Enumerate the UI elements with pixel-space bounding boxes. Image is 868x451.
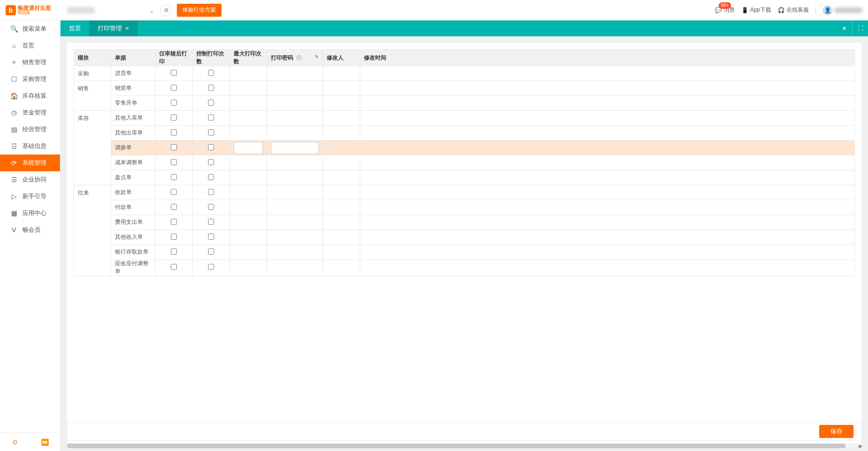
sidebar-item-0[interactable]: 🔍搜索菜单 — [0, 20, 60, 37]
audit-checkbox[interactable] — [171, 144, 177, 150]
sidebar-item-10[interactable]: ▷新手引导 — [0, 188, 60, 205]
ctrl-checkbox[interactable] — [208, 249, 214, 255]
cell-editor — [323, 111, 360, 126]
org-select[interactable]: ⌄ — [64, 4, 157, 17]
ctrl-checkbox[interactable] — [208, 100, 214, 106]
audit-checkbox[interactable] — [171, 219, 177, 225]
cell-time — [360, 81, 855, 96]
ctrl-checkbox[interactable] — [208, 114, 214, 121]
app-download-button[interactable]: 📱 App下载 — [741, 6, 771, 14]
cell-password — [267, 245, 323, 260]
sidebar-item-9[interactable]: ☰企业协同 — [0, 171, 60, 188]
ctrl-checkbox[interactable] — [208, 204, 214, 210]
sidebar-collapse-button[interactable]: ⏩ — [30, 438, 61, 446]
print-manage-table: 模块 单据 仅审核后打印 控制打印次数 最大打印次数 打印密码 ⓘ ✎ 修改人 — [74, 49, 855, 276]
settings-button[interactable]: ⚙ — [160, 4, 172, 16]
sidebar-item-7[interactable]: ☲基础信息 — [0, 138, 60, 155]
cell-editor — [323, 185, 360, 200]
audit-checkbox[interactable] — [171, 159, 177, 165]
sidebar-item-4[interactable]: 🏠库存核算 — [0, 88, 60, 104]
h-scrollbar[interactable]: ▶ — [67, 444, 861, 448]
sidebar-item-5[interactable]: ◷资金管理 — [0, 104, 60, 121]
cell-time — [360, 126, 855, 141]
ctrl-checkbox[interactable] — [208, 219, 214, 225]
ctrl-checkbox[interactable] — [208, 234, 214, 240]
sidebar-item-label: 应用中心 — [22, 209, 47, 217]
ctrl-checkbox[interactable] — [208, 144, 214, 150]
sidebar-item-12[interactable]: V畅会员 — [0, 222, 60, 238]
tab-0[interactable]: 首页 — [61, 20, 89, 36]
msg-badge: 99+ — [719, 2, 731, 9]
cell-bill: 零售开单 — [111, 96, 155, 111]
audit-checkbox[interactable] — [171, 174, 177, 180]
table-row: 成本调整单 — [74, 155, 855, 170]
sidebar-item-11[interactable]: ▦应用中心 — [0, 205, 60, 222]
sidebar-item-icon: ☲ — [10, 142, 18, 150]
messages-button[interactable]: 💬 99+ 消息 — [715, 6, 735, 14]
sidebar-item-3[interactable]: ☐采购管理 — [0, 71, 60, 88]
audit-checkbox[interactable] — [171, 100, 177, 106]
expand-icon: ⛶ — [858, 25, 863, 32]
sidebar-settings-button[interactable]: ⚙ — [0, 438, 30, 446]
cell-ctrl — [193, 170, 230, 185]
brand-edition: 精品版 — [18, 11, 51, 15]
cell-audit — [155, 81, 193, 96]
sidebar-item-icon: ☰ — [10, 176, 18, 183]
sidebar-item-label: 经营管理 — [22, 125, 47, 134]
fullscreen-button[interactable]: ⛶ — [852, 20, 868, 36]
cell-time — [360, 185, 855, 200]
ctrl-checkbox[interactable] — [208, 189, 214, 195]
audit-checkbox[interactable] — [171, 264, 177, 270]
tabs-bar: 首页打印管理✕ ✕ ⛶ — [61, 20, 868, 36]
table-row: 盘点单 — [74, 170, 855, 185]
sidebar-item-label: 采购管理 — [22, 75, 47, 83]
audit-checkbox[interactable] — [171, 189, 177, 195]
org-name — [67, 7, 95, 13]
cell-ctrl — [193, 155, 230, 170]
online-service-button[interactable]: 🎧 在线客服 — [778, 6, 809, 14]
ctrl-checkbox[interactable] — [208, 85, 214, 91]
edit-column-icon[interactable]: ✎ — [315, 54, 319, 60]
cell-module: 销售 — [74, 81, 111, 111]
tab-close-all-button[interactable]: ✕ — [836, 20, 852, 36]
audit-checkbox[interactable] — [171, 85, 177, 91]
panel: 模块 单据 仅审核后打印 控制打印次数 最大打印次数 打印密码 ⓘ ✎ 修改人 — [67, 43, 861, 444]
sidebar-item-icon: V — [10, 226, 18, 234]
audit-checkbox[interactable] — [171, 249, 177, 255]
audit-checkbox[interactable] — [171, 114, 177, 121]
sidebar-item-icon: ⟳ — [10, 159, 18, 167]
ctrl-checkbox[interactable] — [208, 129, 214, 135]
th-bill: 单据 — [111, 50, 155, 66]
help-icon[interactable]: ⓘ — [296, 55, 302, 61]
save-button[interactable]: 保存 — [819, 425, 854, 438]
max-count-input[interactable] — [234, 142, 263, 154]
user-menu[interactable]: 👤 — [822, 5, 862, 15]
sidebar-item-icon: ✧ — [10, 59, 18, 66]
cell-ctrl — [193, 200, 230, 215]
audit-checkbox[interactable] — [171, 70, 177, 76]
table-row: 其他收入单 — [74, 230, 855, 245]
trial-industry-button[interactable]: 体验行业方案 — [177, 4, 222, 17]
cell-ctrl — [193, 66, 230, 81]
cell-password — [267, 260, 323, 276]
ctrl-checkbox[interactable] — [208, 264, 214, 270]
scrollbar-thumb[interactable] — [67, 444, 846, 448]
cell-bill: 调拨单 — [111, 141, 155, 155]
cell-password — [267, 230, 323, 245]
sidebar-item-1[interactable]: ⌂首页 — [0, 37, 60, 54]
avatar-icon: 👤 — [822, 5, 833, 15]
ctrl-checkbox[interactable] — [208, 159, 214, 165]
ctrl-checkbox[interactable] — [208, 70, 214, 76]
tab-1[interactable]: 打印管理✕ — [89, 20, 138, 36]
cell-bill: 其他收入单 — [111, 230, 155, 245]
audit-checkbox[interactable] — [171, 129, 177, 135]
audit-checkbox[interactable] — [171, 234, 177, 240]
sidebar-item-8[interactable]: ⟳系统管理 — [0, 155, 60, 171]
sidebar-item-2[interactable]: ✧销售管理 — [0, 54, 60, 71]
ctrl-checkbox[interactable] — [208, 174, 214, 180]
th-audit-only: 仅审核后打印 — [155, 50, 193, 66]
audit-checkbox[interactable] — [171, 204, 177, 210]
tab-close-icon[interactable]: ✕ — [125, 25, 129, 32]
password-input[interactable] — [271, 142, 319, 154]
sidebar-item-6[interactable]: ▤经营管理 — [0, 121, 60, 138]
